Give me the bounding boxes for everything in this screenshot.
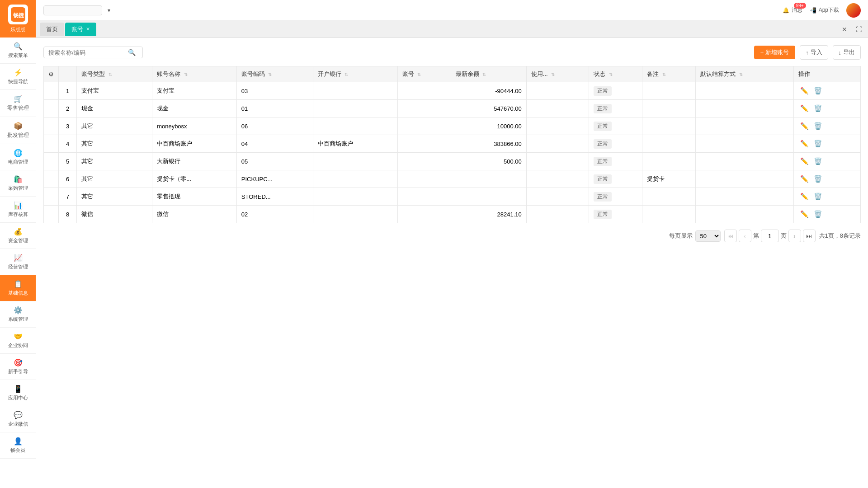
wholesale-icon: 📦 (14, 122, 23, 130)
per-page-select[interactable]: 50 20 100 (695, 230, 721, 242)
delete-button[interactable]: 🗑️ (812, 103, 824, 113)
account-search-input[interactable] (48, 49, 125, 56)
topbar-search-box[interactable] (43, 5, 102, 15)
sidebar-item-quick-nav[interactable]: ⚡ 快捷导航 (0, 64, 36, 90)
first-page-button[interactable]: ⏮ (724, 230, 737, 242)
delete-button[interactable]: 🗑️ (812, 174, 824, 184)
sidebar-item-finance[interactable]: 💰 资金管理 (0, 223, 36, 249)
tab-close-icon[interactable]: ✕ (86, 26, 90, 32)
row-balance-cell (451, 188, 526, 206)
edit-button[interactable]: ✏️ (798, 139, 811, 149)
tab-bar: 首页 账号 ✕ ✕ ⛶ (36, 21, 868, 38)
sidebar-item-retail[interactable]: 🛒 零售管理 (0, 90, 36, 117)
sidebar-item-wholesale[interactable]: 📦 批发管理 (0, 117, 36, 144)
table-bank-header[interactable]: 开户银行 ⇅ (313, 66, 397, 82)
add-account-button[interactable]: + 新增账号 (754, 46, 795, 59)
table-default-payment-header[interactable]: 默认结算方式 ⇅ (696, 66, 793, 82)
edit-button[interactable]: ✏️ (798, 156, 811, 166)
sidebar-item-member[interactable]: 👤 畅会员 (0, 432, 36, 459)
topbar-search-input[interactable] (47, 7, 88, 14)
next-page-button[interactable]: › (788, 230, 801, 242)
sidebar-item-inventory[interactable]: 📊 库存核算 (0, 197, 36, 223)
sidebar: 畅捷 乐版版 🔍 搜索菜单 ⚡ 快捷导航 🛒 零售管理 📦 批发管理 🌐 电商管… (0, 0, 36, 488)
import-button[interactable]: ↑ 导入 (800, 45, 828, 60)
row-settings-cell (44, 82, 59, 100)
member-icon: 👤 (14, 437, 23, 446)
user-avatar[interactable] (846, 3, 861, 18)
sidebar-item-wechat[interactable]: 💬 企业微信 (0, 406, 36, 432)
table-row: 1 支付宝 支付宝 03 -90444.00 正常 ✏️ 🗑️ (44, 82, 861, 100)
delete-button[interactable]: 🗑️ (812, 139, 824, 149)
row-remark-cell (642, 153, 696, 170)
row-usage-cell (526, 153, 589, 170)
row-no-cell: 7 (59, 188, 77, 206)
toolbar-actions: + 新增账号 ↑ 导入 ↓ 导出 (754, 45, 861, 60)
export-button[interactable]: ↓ 导出 (833, 45, 861, 60)
main-area: ▾ 🔔 消息 99+ 📲 App下载 首页 账号 ✕ ✕ ⛶ (36, 0, 868, 488)
sidebar-item-agreement[interactable]: 🤝 企业协同 (0, 328, 36, 354)
delete-button[interactable]: 🗑️ (812, 156, 824, 166)
delete-button[interactable]: 🗑️ (812, 86, 824, 96)
row-type-cell: 其它 (77, 117, 152, 135)
sidebar-item-operation[interactable]: 📈 经营管理 (0, 249, 36, 275)
row-name-cell: 大新银行 (152, 153, 237, 170)
table-type-header[interactable]: 账号类型 ⇅ (77, 66, 152, 82)
table-usage-header[interactable]: 使用... ⇅ (526, 66, 589, 82)
page-number-input[interactable] (761, 230, 779, 242)
delete-button[interactable]: 🗑️ (812, 192, 824, 202)
edit-button[interactable]: ✏️ (798, 192, 811, 202)
row-type-cell: 其它 (77, 135, 152, 153)
row-account-cell (397, 117, 451, 135)
table-name-header[interactable]: 账号名称 ⇅ (152, 66, 237, 82)
search-menu-icon: 🔍 (14, 42, 23, 51)
row-action-cell: ✏️ 🗑️ (793, 170, 860, 188)
delete-button[interactable]: 🗑️ (812, 209, 824, 219)
sidebar-item-app-center[interactable]: 📱 应用中心 (0, 380, 36, 406)
table-account-header[interactable]: 账号 ⇅ (397, 66, 451, 82)
app-download-button[interactable]: 📲 App下载 (810, 6, 839, 14)
row-status-cell: 正常 (589, 170, 642, 188)
page-navigation: ⏮ ‹ 第 页 › ⏭ (724, 230, 816, 242)
last-page-button[interactable]: ⏭ (803, 230, 816, 242)
row-balance-cell: -90444.00 (451, 82, 526, 100)
delete-button[interactable]: 🗑️ (812, 121, 824, 131)
edit-button[interactable]: ✏️ (798, 103, 811, 113)
row-status-cell: 正常 (589, 100, 642, 117)
edit-button[interactable]: ✏️ (798, 174, 811, 184)
table-remark-header[interactable]: 备注 ⇅ (642, 66, 696, 82)
sidebar-item-base-info[interactable]: 📋 基础信息 (0, 275, 36, 301)
table-settings-header[interactable]: ⚙ (44, 66, 59, 82)
tab-minimize-button[interactable]: ✕ (839, 24, 850, 35)
row-usage-cell (526, 135, 589, 153)
sidebar-item-purchase[interactable]: 🛍️ 采购管理 (0, 170, 36, 197)
edit-button[interactable]: ✏️ (798, 86, 811, 96)
sidebar-item-system[interactable]: ⚙️ 系统管理 (0, 301, 36, 328)
prev-page-button[interactable]: ‹ (739, 230, 751, 242)
sidebar-item-search-menu[interactable]: 🔍 搜索菜单 (0, 38, 36, 64)
row-name-cell: moneybosx (152, 117, 237, 135)
content-area: 🔍 + 新增账号 ↑ 导入 ↓ 导出 ⚙ 账号类型 ⇅ (36, 38, 868, 488)
sidebar-item-guide[interactable]: 🎯 新手引导 (0, 354, 36, 380)
tab-account[interactable]: 账号 ✕ (65, 23, 96, 36)
operation-icon: 📈 (14, 253, 23, 262)
table-code-header[interactable]: 账号编码 ⇅ (236, 66, 313, 82)
sidebar-item-label: 搜索菜单 (8, 52, 28, 59)
edit-button[interactable]: ✏️ (798, 209, 811, 219)
topbar-dropdown[interactable]: ▾ (108, 7, 110, 14)
row-action-cell: ✏️ 🗑️ (793, 153, 860, 170)
sidebar-item-ecommerce[interactable]: 🌐 电商管理 (0, 144, 36, 170)
row-settings-cell (44, 100, 59, 117)
row-status-cell: 正常 (589, 188, 642, 206)
message-button[interactable]: 🔔 消息 99+ (783, 6, 802, 14)
row-code-cell: 05 (236, 153, 313, 170)
tab-maximize-button[interactable]: ⛶ (854, 24, 864, 35)
table-balance-header[interactable]: 最新余额 ⇅ (451, 66, 526, 82)
table-status-header[interactable]: 状态 ⇅ (589, 66, 642, 82)
row-account-cell (397, 206, 451, 223)
edit-button[interactable]: ✏️ (798, 121, 811, 131)
row-bank-cell (313, 206, 397, 223)
topbar-right: 🔔 消息 99+ 📲 App下载 (783, 3, 861, 18)
tab-home[interactable]: 首页 (40, 23, 64, 36)
account-search-box[interactable]: 🔍 (43, 47, 143, 58)
version-label: 乐版版 (10, 26, 25, 33)
